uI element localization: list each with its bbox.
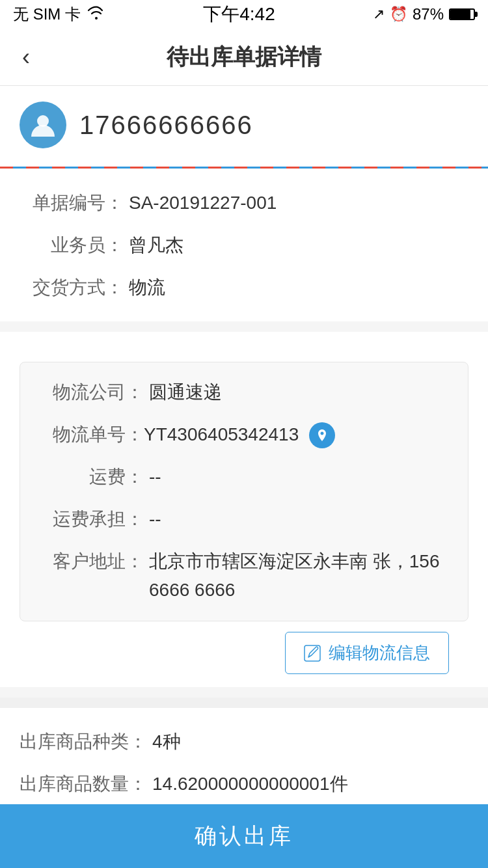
tracking-location-button[interactable] — [309, 422, 335, 448]
address-row: 客户地址： 北京市市辖区海淀区永丰南 张，156 6666 6666 — [40, 547, 448, 606]
document-number-value: SA-20191227-001 — [124, 189, 468, 218]
freight-row: 运费： -- — [40, 463, 448, 492]
logistics-info-section: 物流公司： 圆通速递 物流单号： YT4306405342413 运费： -- — [0, 332, 488, 687]
logistics-company-label: 物流公司： — [40, 378, 144, 407]
goods-category-row: 出库商品种类： 4种 — [20, 727, 468, 757]
freight-value: -- — [144, 463, 448, 492]
avatar — [20, 102, 66, 148]
battery-percent: 87% — [413, 5, 444, 23]
logistics-company-row: 物流公司： 圆通速递 — [40, 378, 448, 407]
document-number-row: 单据编号： SA-20191227-001 — [20, 189, 468, 218]
sales-person-label: 业务员： — [20, 231, 124, 260]
edit-btn-row: 编辑物流信息 — [20, 621, 468, 687]
status-left: 无 SIM 卡 — [13, 4, 105, 25]
dashed-divider — [0, 164, 488, 169]
sales-person-row: 业务员： 曾凡杰 — [20, 231, 468, 260]
status-bar: 无 SIM 卡 下午4:42 ↗ ⏰ 87% — [0, 0, 488, 29]
freight-bearer-row: 运费承担： -- — [40, 505, 448, 534]
confirm-outbound-button[interactable]: 确认出库 — [195, 821, 293, 851]
back-button[interactable]: ‹ — [16, 37, 36, 77]
goods-section: 出库商品种类： 4种 出库商品数量： 14.620000000000001件 — [0, 708, 488, 819]
location-icon: ↗ — [373, 6, 385, 23]
page-title: 待出库单据详情 — [167, 42, 321, 72]
delivery-method-row: 交货方式： 物流 — [20, 273, 468, 303]
logistics-company-value: 圆通速递 — [144, 378, 448, 407]
nav-bar: ‹ 待出库单据详情 — [0, 29, 488, 86]
freight-bearer-label: 运费承担： — [40, 505, 144, 534]
sales-person-value: 曾凡杰 — [124, 231, 468, 260]
gray-separator — [0, 698, 488, 708]
freight-bearer-value: -- — [144, 505, 448, 534]
tracking-number-label: 物流单号： — [40, 420, 144, 450]
carrier-text: 无 SIM 卡 — [13, 4, 81, 25]
delivery-method-label: 交货方式： — [20, 273, 124, 303]
goods-category-label: 出库商品种类： — [20, 727, 147, 757]
logistics-box: 物流公司： 圆通速递 物流单号： YT4306405342413 运费： -- — [20, 362, 468, 621]
delivery-method-value: 物流 — [124, 273, 468, 303]
freight-label: 运费： — [40, 463, 144, 492]
battery-icon — [449, 8, 475, 20]
document-number-label: 单据编号： — [20, 189, 124, 218]
confirm-btn-wrapper: 确认出库 — [0, 804, 488, 868]
user-phone: 17666666666 — [79, 111, 253, 140]
goods-quantity-label: 出库商品数量： — [20, 770, 147, 799]
goods-category-value: 4种 — [147, 727, 468, 757]
basic-info-section: 单据编号： SA-20191227-001 业务员： 曾凡杰 交货方式： 物流 — [0, 169, 488, 321]
address-value: 北京市市辖区海淀区永丰南 张，156 6666 6666 — [144, 547, 448, 606]
tracking-number-row: 物流单号： YT4306405342413 — [40, 420, 448, 450]
tracking-number-value: YT4306405342413 — [144, 420, 299, 450]
status-time: 下午4:42 — [203, 2, 275, 27]
alarm-icon: ⏰ — [390, 6, 407, 23]
address-label: 客户地址： — [40, 547, 144, 576]
status-right: ↗ ⏰ 87% — [373, 5, 475, 23]
edit-logistics-button[interactable]: 编辑物流信息 — [285, 632, 449, 674]
edit-logistics-label: 编辑物流信息 — [329, 642, 430, 664]
goods-quantity-value: 14.620000000000001件 — [147, 770, 468, 799]
wifi-icon — [87, 5, 105, 23]
user-header: 17666666666 — [0, 86, 488, 164]
goods-quantity-row: 出库商品数量： 14.620000000000001件 — [20, 770, 468, 799]
